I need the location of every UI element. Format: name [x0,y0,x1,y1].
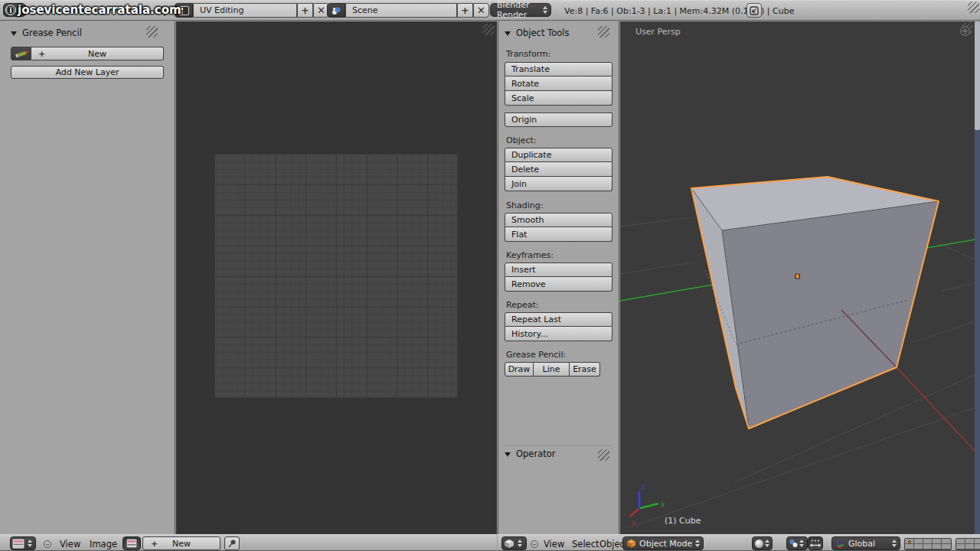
layer-cell[interactable] [914,544,923,549]
editor-type-image-button[interactable] [10,536,36,550]
grease-line-button[interactable]: Line [534,362,570,377]
editor-type-3dview-button[interactable] [501,536,527,550]
add-new-layer-button[interactable]: Add New Layer [11,66,164,79]
object-tools-shelf: Object Tools Transform: Translate Rotate… [498,21,619,534]
scene-name-field[interactable]: Scene [345,3,457,18]
layer-cell[interactable] [933,539,942,544]
layer-cell[interactable] [942,544,951,549]
watermark-text: josevicentecarratala.com [18,3,181,17]
header-menus-collapse-toggle[interactable] [531,540,538,548]
operator-panel-header[interactable]: Operator [505,445,612,458]
scene-selector: Scene + ✕ [327,3,489,18]
scrollbar-thumb[interactable] [975,21,980,130]
image-icon [126,539,137,548]
layer-cell[interactable] [923,544,933,549]
layer-cell[interactable] [956,539,965,544]
image-menu[interactable]: Image [90,539,117,549]
repeat-last-button[interactable]: Repeat Last [505,312,612,327]
add-scene-button[interactable]: + [457,3,473,18]
panel-expand-triangle-icon [505,31,511,36]
button-label: Draw [508,364,531,374]
info-header-resize-grip[interactable] [968,2,979,13]
viewport-resize-grip[interactable] [962,23,973,34]
grease-draw-button[interactable]: Draw [505,362,534,377]
layer-cell[interactable] [923,539,933,544]
object-section-label: Object: [506,135,612,145]
grease-pencil-data-button[interactable] [11,47,31,60]
insert-keyframe-button[interactable]: Insert [505,262,612,277]
chevron-updown-icon [799,540,804,547]
history-button[interactable]: History... [505,327,612,341]
layer-cell[interactable] [905,544,914,549]
uv-grid [214,154,458,398]
smooth-button[interactable]: Smooth [505,213,612,227]
layout-name-field[interactable]: UV Editing [193,3,297,18]
layer-cell[interactable] [914,539,923,544]
flat-button[interactable]: Flat [505,227,612,242]
panel-drag-grip[interactable] [598,449,609,461]
panel-drag-grip[interactable] [146,26,158,37]
transform-section-label: Transform: [506,49,612,59]
grease-pencil-panel-header[interactable]: Grease Pencil [11,26,164,39]
select-menu[interactable]: Select [572,539,599,549]
close-scene-button[interactable]: ✕ [473,3,489,18]
translate-button[interactable]: Translate [505,62,612,77]
gizmo-z-label: z [641,483,645,491]
header-menus-collapse-toggle[interactable] [44,540,51,548]
image-browse-button[interactable] [122,536,141,550]
pivot-point-dropdown[interactable] [786,536,808,550]
info-header: i elp i josevicentecarratala.com UV Edit… [0,0,980,21]
button-label: Scale [511,93,534,103]
panel-drag-grip[interactable] [598,26,609,37]
delete-button[interactable]: Delete [505,162,612,177]
layers-widget-group2[interactable] [956,538,980,550]
layer-cell[interactable] [975,539,980,544]
transform-orientation-dropdown[interactable]: Global [831,536,900,550]
remove-keyframe-button[interactable]: Remove [505,277,612,292]
watermark: i josevicentecarratala.com [5,3,181,17]
layer-cell[interactable] [942,539,951,544]
view-menu[interactable]: View [544,539,564,549]
origin-button[interactable]: Origin [505,112,612,127]
add-layout-button[interactable]: + [297,3,313,18]
button-label: Origin [511,115,537,125]
duplicate-button[interactable]: Duplicate [505,148,612,162]
object-origin-dot[interactable] [795,274,799,279]
mode-dropdown[interactable]: Object Mode [622,536,704,550]
layers-widget-group1[interactable] [904,538,952,550]
mode-value: Object Mode [639,539,692,549]
uv-editor-resize-grip[interactable] [483,24,495,35]
image-new-button[interactable]: + New [142,536,220,550]
view-menu[interactable]: View [60,539,80,549]
window-duplicate-button[interactable] [746,3,762,18]
view3d-editor-icon [504,539,514,549]
panel-expand-triangle-icon [505,452,511,457]
pin-image-button[interactable] [224,536,240,550]
info-icon: i [5,5,16,15]
manipulator-toggle-button[interactable] [808,536,823,550]
button-label: Duplicate [511,150,551,160]
image-editor-icon [12,539,24,549]
viewport-right-scrollbar[interactable] [975,21,980,534]
grease-pencil-new-button[interactable]: + New [31,47,164,60]
new-button-label: New [88,49,106,59]
shading-sphere-icon [754,539,764,549]
layer-cell[interactable] [965,544,975,549]
viewport-3d: z y x User Persp (1) Cube + [620,21,980,534]
layer-cell[interactable] [956,544,965,549]
join-button[interactable]: Join [505,177,612,191]
rotate-button[interactable]: Rotate [505,77,612,91]
blender-window: i elp i josevicentecarratala.com UV Edit… [0,0,980,551]
shading-section-label: Shading: [506,201,612,210]
scale-button[interactable]: Scale [505,91,612,106]
scene-browse-button[interactable] [327,3,345,18]
object-tools-panel-header[interactable]: Object Tools [505,26,612,39]
layout-selector: UV Editing + ✕ [175,3,329,18]
layer-cell-active[interactable] [905,539,914,544]
grease-erase-button[interactable]: Erase [570,362,600,377]
viewport-shading-dropdown[interactable] [752,536,773,550]
render-engine-dropdown[interactable]: Blender Render [490,3,551,17]
layer-cell[interactable] [975,544,980,549]
layer-cell[interactable] [933,544,942,549]
layer-cell[interactable] [965,539,975,544]
